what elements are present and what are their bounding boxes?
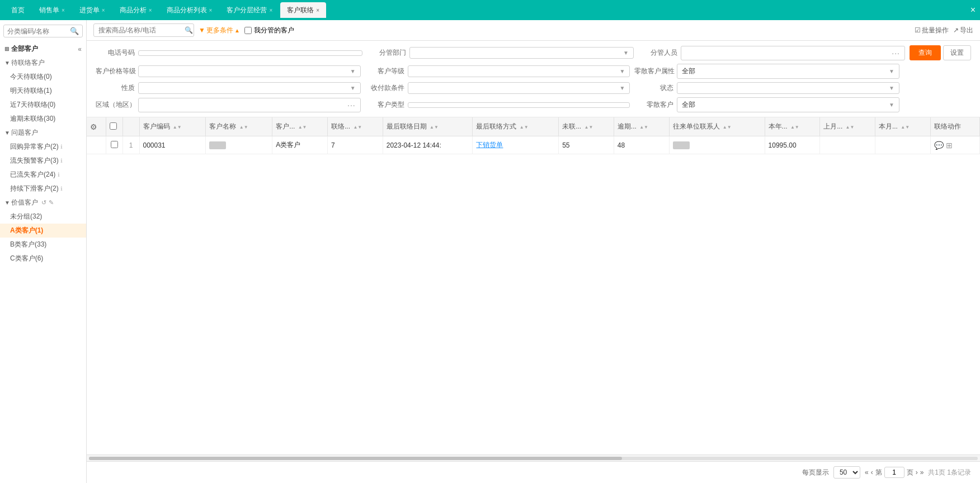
sidebar-item-7days[interactable]: 近7天待联络(0) — [0, 98, 86, 112]
col-code-sort[interactable]: ▲▼ — [173, 125, 182, 130]
filter-search-input[interactable] — [98, 26, 182, 34]
more-conditions-button[interactable]: ▼ 更多条件 ▲ — [199, 26, 240, 35]
col-uncontacted-header[interactable]: 未联... ▲▼ — [559, 117, 614, 136]
nav-tab-product-analysis[interactable]: 商品分析 × — [113, 2, 159, 18]
col-last-method-sort[interactable]: ▲▼ — [520, 125, 529, 130]
dept-select[interactable]: ▼ — [409, 47, 634, 59]
col-last-date-sort[interactable]: ▲▼ — [430, 125, 439, 130]
row-checkbox-cell[interactable] — [106, 136, 123, 154]
sidebar-item-tomorrow[interactable]: 明天待联络(1) — [0, 84, 86, 98]
row-last-method-cell[interactable]: 下销货单 — [473, 136, 559, 154]
sidebar-item-b-class[interactable]: B类客户(33) — [0, 238, 86, 252]
export-button[interactable]: ↗ 导出 — [953, 26, 973, 35]
nav-tab-home[interactable]: 首页 — [4, 2, 31, 18]
nav-tab-product-analysis-close[interactable]: × — [149, 7, 152, 13]
first-page-button[interactable]: « — [865, 468, 869, 476]
col-last-date-header[interactable]: 最后联络日期 ▲▼ — [383, 117, 473, 136]
nature-select[interactable]: ▼ — [138, 82, 361, 94]
nav-tab-product-list-close[interactable]: × — [209, 7, 213, 13]
select-all-checkbox[interactable] — [110, 122, 117, 130]
row-last-method[interactable]: 下销货单 — [476, 141, 503, 149]
edit-icon[interactable]: ✎ — [49, 199, 54, 206]
setting-button[interactable]: 设置 — [943, 45, 971, 60]
nav-tab-customer-contact-close[interactable]: × — [316, 7, 319, 13]
qrcode-action-icon[interactable]: ⊞ — [946, 141, 953, 150]
nav-tab-purchase-close[interactable]: × — [102, 7, 105, 13]
payment-select[interactable]: ▼ — [408, 82, 630, 94]
sidebar-item-declining[interactable]: 持续下滑客户(2) ℹ — [0, 182, 86, 196]
nav-tab-sales[interactable]: 销售单 × — [32, 2, 72, 18]
col-overdue-header[interactable]: 逾期... ▲▼ — [614, 117, 669, 136]
sidebar-item-a-class[interactable]: A类客户(1) — [0, 224, 86, 238]
customer-level-select[interactable]: ▼ — [408, 65, 630, 77]
col-overdue-sort[interactable]: ▲▼ — [639, 125, 648, 130]
col-this-year-sort[interactable]: ▲▼ — [790, 125, 799, 130]
nav-tab-purchase[interactable]: 进货单 × — [73, 2, 112, 18]
price-level-select[interactable]: ▼ — [138, 65, 361, 77]
region-input[interactable]: ··· — [138, 98, 361, 112]
col-this-month-header[interactable]: 本月... ▲▼ — [875, 117, 930, 136]
nav-tab-product-list[interactable]: 商品分析列表 × — [160, 2, 219, 18]
col-last-method-header[interactable]: 最后联络方式 ▲▼ — [473, 117, 559, 136]
col-checkbox-header[interactable] — [106, 117, 123, 136]
refresh-icon[interactable]: ↺ — [41, 199, 46, 206]
page-number-input[interactable] — [884, 467, 904, 478]
sidebar-group-problem[interactable]: ▼ 问题客户 — [0, 126, 86, 140]
sidebar-group-value[interactable]: ▼ 价值客户 ↺ ✎ — [0, 196, 86, 210]
sidebar-item-c-class[interactable]: C类客户(6) — [0, 252, 86, 266]
col-this-month-sort[interactable]: ▲▼ — [901, 125, 910, 130]
col-code-header[interactable]: 客户编码 ▲▼ — [139, 117, 206, 136]
nav-tab-customer-contact[interactable]: 客户联络 × — [280, 2, 326, 18]
col-contacts-sort[interactable]: ▲▼ — [353, 125, 362, 130]
row-name-blurred: Ea — [209, 141, 226, 149]
scatter-customer-select[interactable]: 全部 ▼ — [677, 97, 899, 112]
my-customers-check[interactable] — [244, 27, 252, 34]
my-customers-checkbox[interactable]: 我分管的客户 — [244, 26, 294, 35]
nav-tab-customer-segment-close[interactable]: × — [269, 7, 272, 13]
settings-gear-icon[interactable]: ⚙ — [90, 122, 97, 131]
col-contacts-header[interactable]: 联络... ▲▼ — [328, 117, 383, 136]
sidebar-item-repurchase-abnormal[interactable]: 回购异常客户(2) ℹ — [0, 140, 86, 154]
filter-search-box[interactable]: 🔍 — [93, 23, 194, 37]
col-this-year-header[interactable]: 本年... ▲▼ — [765, 117, 820, 136]
horizontal-scrollbar[interactable] — [87, 454, 980, 461]
churned-label: 已流失客户(24) — [10, 171, 55, 178]
sidebar-item-churned[interactable]: 已流失客户(24) ℹ — [0, 168, 86, 182]
sidebar-item-today[interactable]: 今天待联络(0) — [0, 70, 86, 84]
scroll-thumb[interactable] — [89, 457, 622, 460]
sidebar-item-unclassified[interactable]: 未分组(32) — [0, 210, 86, 224]
manager-input[interactable]: ··· — [681, 46, 905, 60]
col-name-sort[interactable]: ▲▼ — [239, 125, 248, 130]
scatter-attr-select[interactable]: 全部 ▼ — [677, 64, 899, 79]
sidebar-search-input[interactable] — [7, 27, 70, 35]
col-last-month-sort[interactable]: ▲▼ — [846, 125, 855, 130]
top-close-button[interactable]: × — [970, 5, 976, 15]
col-type-header[interactable]: 客户... ▲▼ — [272, 117, 328, 136]
col-settings[interactable]: ⚙ — [87, 117, 106, 136]
sidebar-collapse-button[interactable]: « — [78, 45, 82, 53]
page-size-select[interactable]: 50 — [833, 466, 860, 479]
customer-type-input[interactable] — [408, 102, 630, 108]
query-button[interactable]: 查询 — [910, 45, 941, 60]
nav-tab-sales-close[interactable]: × — [62, 7, 65, 13]
nav-tab-customer-segment[interactable]: 客户分层经营 × — [220, 2, 279, 18]
sidebar-item-churn-warning[interactable]: 流失预警客户(3) ℹ — [0, 154, 86, 168]
next-page-button[interactable]: › — [916, 468, 918, 476]
row-checkbox[interactable] — [111, 141, 118, 148]
status-select[interactable]: ▼ — [677, 82, 899, 94]
prev-page-button[interactable]: ‹ — [871, 468, 873, 476]
col-name-header[interactable]: 客户名称 ▲▼ — [206, 117, 272, 136]
sidebar-search-box[interactable]: 🔍 — [3, 25, 83, 37]
col-history-header[interactable]: 往来单位联系人 ▲▼ — [669, 117, 765, 136]
col-last-month-header[interactable]: 上月... ▲▼ — [820, 117, 875, 136]
chat-action-icon[interactable]: 💬 — [934, 141, 944, 150]
col-type-sort[interactable]: ▲▼ — [298, 125, 307, 130]
col-history-sort[interactable]: ▲▼ — [723, 125, 732, 130]
all-customers-header[interactable]: ⊞ 全部客户 « — [0, 42, 86, 56]
col-uncontacted-sort[interactable]: ▲▼ — [585, 125, 593, 130]
last-page-button[interactable]: » — [920, 468, 924, 476]
batch-op-button[interactable]: ☑ 批量操作 — [915, 26, 949, 35]
sidebar-group-pending[interactable]: ▼ 待联络客户 — [0, 56, 86, 70]
sidebar-item-overdue[interactable]: 逾期未联络(30) — [0, 112, 86, 126]
phone-input[interactable] — [138, 50, 362, 56]
